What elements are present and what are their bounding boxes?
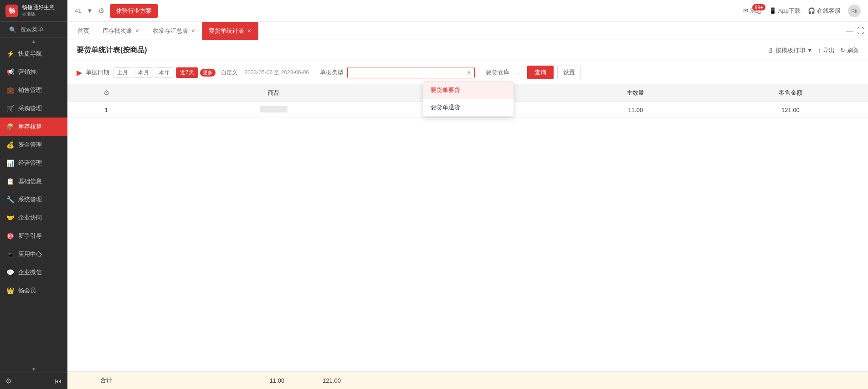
date-btn-this-year[interactable]: 本年 (155, 67, 174, 78)
app-icon: 📱 (769, 7, 776, 14)
dropdown-item-return[interactable]: 要货单退货 (423, 99, 514, 116)
nav-icon-finance: 💰 (5, 140, 15, 149)
sidebar-item-basic[interactable]: 📋 基础信息 (0, 172, 67, 190)
settings-icon[interactable]: ⚙ (5, 377, 12, 385)
nav-label-enterprise: 企业协同 (18, 214, 42, 222)
table-footer: 合计 11.00 121.00 (67, 371, 868, 389)
date-btn-last-month[interactable]: 上月 (113, 67, 132, 78)
tab-order-stats[interactable]: 要货单统计表✕ (202, 22, 258, 40)
app-download-btn[interactable]: 📱 App下载 (769, 7, 801, 15)
user-avatar[interactable]: Rit (848, 5, 861, 17)
nav-icon-appstore: 📱 (5, 250, 15, 259)
filter-toggle-btn[interactable]: ▶ (77, 68, 82, 77)
tabs-actions: — ⛶ (846, 27, 864, 35)
search-menu[interactable]: 🔍 搜索菜单 (0, 22, 67, 38)
nav-label-guide: 新手引导 (18, 232, 42, 240)
th-gear[interactable]: ⚙ (67, 84, 145, 102)
print-label: 按模板打印 (776, 46, 805, 55)
chevron-down-icon: ▼ (87, 7, 92, 14)
footer-qty: 11.00 (250, 377, 304, 384)
date-shortcuts: 上月 本月 本年 近7天 更多 自定义 (113, 67, 241, 78)
tab-close-order-stats[interactable]: ✕ (247, 28, 252, 34)
nav-label-finance: 资金管理 (18, 141, 42, 149)
nav-icon-wechat: 💬 (5, 268, 15, 277)
date-filter-label: 单据日期 (86, 68, 109, 77)
tab-receive-summary[interactable]: 收发存汇总表✕ (146, 22, 202, 40)
type-filter-label: 单据类型 (320, 68, 344, 77)
tab-close-receive-summary[interactable]: ✕ (191, 28, 195, 34)
dropdown-item-order[interactable]: 要货单要货 (423, 82, 514, 99)
tab-count-dropdown[interactable]: ▼ (87, 7, 92, 14)
date-more-badge[interactable]: 更多 (200, 69, 216, 77)
sidebar-bottom: ⚙ ⏮ (0, 373, 67, 389)
header-left: 41 ▼ ⚙ 体验行业方案 (75, 4, 158, 18)
online-service-label: 在线客服 (817, 7, 841, 15)
tab-close-inventory-batch[interactable]: ✕ (135, 28, 139, 34)
tab-fullscreen-icon[interactable]: ⛶ (857, 27, 864, 35)
type-input-clear-icon[interactable]: ∧ (467, 69, 471, 76)
sidebar-item-quick-nav[interactable]: ⚡ 快捷导航 (0, 45, 67, 63)
sidebar-item-finance[interactable]: 💰 资金管理 (0, 136, 67, 154)
online-service-btn[interactable]: 🎧 在线客服 (808, 7, 841, 15)
sidebar-scroll-up[interactable]: ▲ (0, 38, 67, 45)
filter-bar: ▶ 单据日期 上月 本月 本年 近7天 更多 自定义 2023-05-06 至 … (67, 61, 868, 84)
sidebar-item-vip[interactable]: 👑 畅会员 (0, 282, 67, 300)
export-icon: ↑ (818, 47, 822, 54)
tab-label-receive-summary: 收发存汇总表 (153, 27, 188, 35)
sidebar-item-purchase[interactable]: 🛒 采购管理 (0, 99, 67, 118)
nav-label-wechat: 企业微信 (18, 268, 42, 276)
tab-label-order-stats: 要货单统计表 (209, 27, 244, 35)
search-icon: 🔍 (9, 26, 16, 33)
type-filter-input[interactable] (347, 67, 475, 78)
message-icon: ✉ (743, 7, 748, 14)
th-goods: 商品 (145, 84, 403, 102)
collapse-icon[interactable]: ⏮ (55, 377, 62, 385)
industry-btn[interactable]: 体验行业方案 (110, 4, 158, 18)
sidebar-item-system[interactable]: 🔧 系统管理 (0, 190, 67, 209)
logo-subtitle: 标准版 (22, 11, 55, 17)
messages-btn[interactable]: ✉ 消息 99+ (743, 7, 762, 15)
sidebar-item-enterprise[interactable]: 🤝 企业协同 (0, 209, 67, 227)
table-wrap: ⚙ 商品 主计量单位 主数量 零售金额 1 块 11.00 121.00 (67, 84, 868, 371)
sidebar-logo: 畅 畅捷通好生意 标准版 (0, 0, 67, 22)
th-qty: 主数量 (558, 84, 713, 102)
nav-label-sales: 销售管理 (18, 86, 42, 94)
print-template-btn[interactable]: 🖨 按模板打印 ▼ (768, 46, 813, 55)
page-title: 要货单统计表(按商品) (77, 46, 147, 61)
type-dropdown: 要货单要货 要货单退货 (423, 81, 514, 117)
sidebar-item-marketing[interactable]: 📢 营销推广 (0, 63, 67, 81)
date-btn-7days[interactable]: 近7天 (176, 67, 198, 78)
nav-icon-quick-nav: ⚡ (5, 49, 15, 58)
type-input-wrap: ∧ (347, 67, 475, 78)
sidebar-item-wechat[interactable]: 💬 企业微信 (0, 263, 67, 282)
footer-label: 合计 (100, 376, 191, 384)
query-btn[interactable]: 查询 (527, 66, 554, 79)
export-btn[interactable]: ↑ 导出 (818, 46, 835, 55)
content-area: 要货单统计表(按商品) 🖨 按模板打印 ▼ ↑ 导出 ↻ 刷新 ▶ (67, 40, 868, 389)
cell-qty-0: 11.00 (558, 102, 713, 118)
set-btn[interactable]: 设置 (557, 66, 581, 79)
date-btn-this-month[interactable]: 本月 (134, 67, 153, 78)
date-custom-btn[interactable]: 自定义 (217, 68, 241, 77)
date-range-display: 2023-05-06 至 2023-06-06 (245, 69, 309, 77)
nav-label-marketing: 营销推广 (18, 68, 42, 76)
th-amount: 零售金额 (713, 84, 868, 102)
tab-minimize-icon[interactable]: — (846, 27, 853, 35)
nav-label-system: 系统管理 (18, 195, 42, 204)
service-icon: 🎧 (808, 7, 815, 14)
sidebar-item-appstore[interactable]: 📱 应用中心 (0, 245, 67, 263)
nav-label-inventory: 库存核算 (18, 123, 42, 131)
sidebar-item-operations[interactable]: 📊 经营管理 (0, 154, 67, 172)
sidebar-item-guide[interactable]: 🎯 新手引导 (0, 227, 67, 245)
warehouse-ellipsis-btn[interactable]: ··· (515, 69, 520, 76)
header-gear-icon[interactable]: ⚙ (98, 6, 104, 15)
refresh-btn[interactable]: ↻ 刷新 (840, 46, 859, 55)
tab-home[interactable]: 首页 (71, 22, 96, 40)
top-header: 41 ▼ ⚙ 体验行业方案 ✉ 消息 99+ 📱 App下载 🎧 在线客服 Ri… (67, 0, 868, 22)
sidebar-scroll-down[interactable]: ▼ (0, 366, 67, 373)
tab-inventory-batch[interactable]: 库存批次账✕ (96, 22, 146, 40)
nav-label-purchase: 采购管理 (18, 104, 42, 113)
sidebar-item-sales[interactable]: 💼 销售管理 (0, 81, 67, 99)
sidebar-item-inventory[interactable]: 📦 库存核算 (0, 118, 67, 136)
refresh-label: 刷新 (847, 46, 859, 55)
